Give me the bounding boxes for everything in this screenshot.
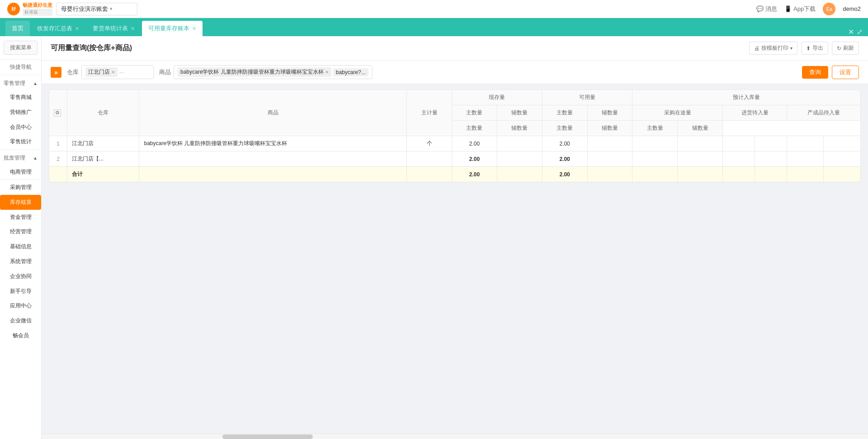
org-selector[interactable]: 母婴行业演示账套 ▾	[56, 3, 137, 15]
unit-col-header: 主计量	[407, 90, 452, 136]
summary-empty-1	[49, 167, 67, 182]
tab-close-available-stock[interactable]: ✕	[192, 26, 196, 32]
sidebar-item-system[interactable]: 系统管理	[0, 254, 41, 269]
row-inc-aux-2	[755, 151, 787, 167]
sidebar-item-member[interactable]: 畅会员	[0, 328, 41, 343]
tab-close-receive-send[interactable]: ✕	[75, 26, 79, 32]
top-bar-left: 好 畅捷通好生意 标准版 母婴行业演示账套 ▾	[7, 2, 137, 16]
sidebar-item-ecommerce[interactable]: 电商管理	[0, 165, 41, 179]
row-pt-main-2	[632, 151, 678, 167]
filter-actions: 查询 设置	[802, 66, 859, 79]
row-unit-1: 个	[407, 136, 452, 151]
summary-prod-aux	[824, 167, 861, 182]
tab-receive-send[interactable]: 收发存汇总表 ✕	[31, 21, 85, 36]
product-label: 商品	[159, 68, 171, 76]
print-template-btn[interactable]: 🖨 按模板打印 ▾	[749, 42, 797, 55]
page-header: 可用量查询(按仓库+商品) 🖨 按模板打印 ▾ ⬆ 导出 ↻ 刷新	[42, 36, 868, 61]
row-prod-aux-2	[824, 151, 861, 167]
product-col-header: 商品	[139, 90, 407, 136]
purchase-transit-header: 采购在途量	[632, 105, 723, 121]
summary-row: 合计 2.00 2.00	[49, 167, 861, 182]
app-download-btn[interactable]: 📱 App下载	[784, 5, 816, 13]
tab-order-stats[interactable]: 要货单统计表 ✕	[86, 21, 141, 36]
estimated-in-col-header: 预计入库量	[632, 90, 861, 105]
sidebar-item-ops[interactable]: 经营管理	[0, 224, 41, 239]
sidebar-item-finance[interactable]: 资金管理	[0, 210, 41, 225]
org-dropdown-icon: ▾	[110, 6, 113, 12]
sidebar-item-purchase[interactable]: 采购管理	[0, 180, 41, 195]
summary-inc-main	[723, 167, 755, 182]
username-label: demo2	[843, 5, 861, 12]
table-row: 2 江北门店【... 2.00 2.00	[49, 151, 861, 167]
nav-tabs: 首页 收发存汇总表 ✕ 要货单统计表 ✕ 可用量库存账本 ✕ ✕ ⤢	[0, 18, 868, 36]
summary-pt-main	[632, 167, 678, 182]
tab-close-order-stats[interactable]: ✕	[131, 26, 135, 32]
row-current-main-2: 2.00	[452, 151, 497, 167]
current-stock-col-header: 现存量	[452, 90, 542, 105]
sidebar-item-membership[interactable]: 会员中心	[0, 120, 41, 135]
refresh-btn[interactable]: ↻ 刷新	[832, 42, 859, 55]
filter-expand-btn[interactable]: »	[51, 67, 61, 78]
print-dropdown-icon: ▾	[790, 46, 793, 51]
tab-available-stock[interactable]: 可用量库存账本 ✕	[142, 21, 203, 36]
search-menu-btn[interactable]: 搜索菜单	[4, 41, 38, 55]
content-area: 可用量查询(按仓库+商品) 🖨 按模板打印 ▾ ⬆ 导出 ↻ 刷新 »	[42, 36, 868, 439]
page-title: 可用量查询(按仓库+商品)	[51, 43, 132, 53]
settings-btn[interactable]: 设置	[832, 66, 859, 79]
warehouse-filter: 仓库 江北门店 ✕ ···	[67, 65, 154, 79]
summary-current-main: 2.00	[452, 167, 497, 182]
export-btn[interactable]: ⬆ 导出	[801, 42, 828, 55]
sidebar-item-basic[interactable]: 基础信息	[0, 239, 41, 254]
current-main-header: 主数量	[452, 105, 497, 121]
row-inc-aux-1	[755, 136, 787, 151]
summary-avail-main: 2.00	[542, 167, 587, 182]
sidebar-item-appstore[interactable]: 应用中心	[0, 298, 41, 313]
sidebar-item-retail-store[interactable]: 零售商城	[0, 90, 41, 105]
sidebar-item-collab[interactable]: 企业协同	[0, 269, 41, 284]
sidebar-group-title-retail[interactable]: 零售管理 ▲	[0, 75, 41, 90]
sidebar-search: 搜索菜单	[0, 36, 41, 60]
sidebar-item-guide[interactable]: 新手引导	[0, 284, 41, 299]
table-settings-icon[interactable]: ⚙	[54, 109, 61, 117]
product-tag-babycare2: babycare?...	[333, 68, 368, 76]
summary-avail-aux	[587, 167, 632, 182]
available-col-header: 可用量	[542, 90, 632, 105]
sidebar-item-marketing[interactable]: 营销推广	[0, 105, 41, 120]
message-btn[interactable]: 💬 消息	[756, 5, 777, 13]
row-prod-main-2	[787, 151, 824, 167]
quick-nav-btn[interactable]: 快捷导航	[0, 60, 41, 75]
sidebar-group-title-wholesale[interactable]: 批发管理 ▲	[0, 150, 41, 165]
wholesale-group-arrow: ▲	[33, 156, 38, 160]
table-container: ⚙ 仓库 商品 主计量 现存量 可用量 预计入库量 主数量 辅数量 主数量 辅数…	[42, 84, 868, 434]
tab-home[interactable]: 首页	[5, 21, 30, 36]
download-icon: 📱	[784, 5, 792, 12]
inc-main-header: 主数量	[542, 121, 587, 136]
scrollbar-thumb[interactable]	[222, 434, 313, 439]
row-num-2: 2	[49, 151, 67, 167]
message-icon: 💬	[756, 5, 764, 12]
row-prod-aux-1	[824, 136, 861, 151]
current-aux-header: 辅数量	[497, 105, 542, 121]
row-num-1: 1	[49, 136, 67, 151]
sidebar-item-wework[interactable]: 企业微信	[0, 313, 41, 328]
settings-col-header: ⚙	[49, 90, 67, 136]
user-avatar[interactable]: Ea	[823, 3, 835, 15]
maximize-btn[interactable]: ⤢	[857, 28, 863, 36]
warehouse-tag-close[interactable]: ✕	[111, 70, 115, 75]
warehouse-input[interactable]: 江北门店 ✕ ···	[81, 65, 154, 79]
row-product-2	[139, 151, 407, 167]
warehouse-col-header: 仓库	[67, 90, 139, 136]
horizontal-scrollbar[interactable]	[42, 434, 868, 439]
logo-icon: 好	[7, 3, 20, 15]
sidebar-item-retail-stats[interactable]: 零售统计	[0, 134, 41, 149]
avail-aux-header: 辅数量	[587, 105, 632, 121]
product-tag-close-1[interactable]: ✕	[325, 70, 329, 75]
warehouse-tag-jiangbei: 江北门店 ✕	[85, 67, 118, 77]
table-footer-row: 合计 2.00 2.00	[49, 167, 861, 182]
row-avail-main-1: 2.00	[542, 136, 587, 151]
query-btn[interactable]: 查询	[802, 66, 828, 79]
sidebar-item-inventory[interactable]: 库存核算	[0, 195, 41, 210]
product-input[interactable]: babycare学饮杯 儿童防摔防撞吸管杯重力球吸嘴杯宝宝水杯 ✕ babyca…	[174, 65, 373, 79]
close-tab-btn[interactable]: ✕	[848, 28, 854, 36]
window-controls: ✕ ⤢	[848, 28, 863, 36]
